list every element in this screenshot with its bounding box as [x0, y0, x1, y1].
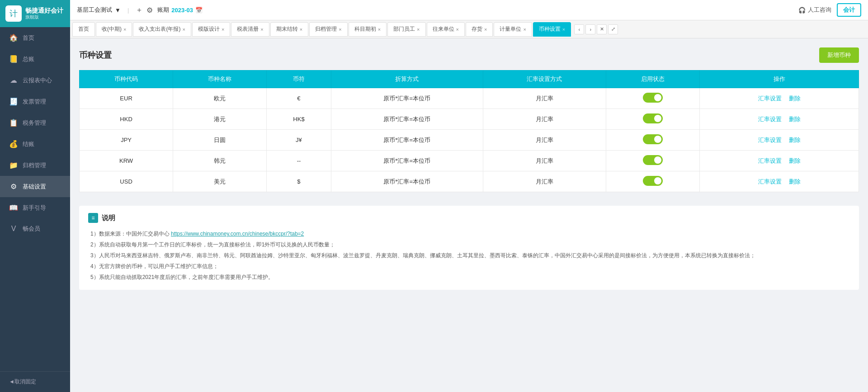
sidebar-item-archive[interactable]: 📁归档管理 — [0, 155, 70, 176]
toggle-switch[interactable] — [643, 134, 663, 144]
tab-close-icon[interactable]: × — [417, 27, 420, 32]
toggle-switch[interactable] — [643, 93, 663, 103]
add-icon[interactable]: ＋ — [136, 5, 143, 15]
sidebar-item-ledger[interactable]: 📒总账 — [0, 48, 70, 70]
tab-unit[interactable]: 计量单位 × — [494, 22, 532, 37]
table-cell: 美元 — [173, 171, 267, 192]
tab-next-button[interactable]: › — [585, 24, 595, 34]
rate-setting-link[interactable]: 汇率设置 — [758, 178, 782, 185]
tab-nav: ‹ › ✕ ⤢ — [574, 24, 618, 34]
delete-link[interactable]: 删除 — [789, 178, 801, 185]
tab-close-icon[interactable]: × — [260, 27, 263, 32]
tab-archive[interactable]: 归档管理 × — [309, 22, 347, 37]
table-cell: 欧元 — [173, 88, 267, 109]
app-logo: 计 畅捷通好会计 旗舰版 — [0, 0, 70, 27]
tab-close-icon[interactable]: × — [300, 27, 302, 32]
headset-icon: 🎧 — [798, 7, 806, 14]
notes-icon: ≡ — [88, 213, 98, 223]
table-header: 币种名称 — [173, 71, 267, 88]
project-selector[interactable]: 基层工会测试 ▼ — [77, 6, 121, 14]
tab-label: 收(中期) — [102, 25, 122, 33]
support-button[interactable]: 🎧 人工咨询 — [798, 6, 831, 14]
tab-subject[interactable]: 科目期初 × — [349, 22, 387, 37]
delete-link[interactable]: 删除 — [789, 116, 801, 123]
table-cell: HK$ — [267, 109, 331, 130]
sidebar-item-home[interactable]: 🏠首页 — [0, 27, 70, 48]
delete-link[interactable]: 删除 — [789, 95, 801, 102]
currency-table: 币种代码币种名称币符折算方式汇率设置方式启用状态操作 EUR欧元€原币*汇率=本… — [79, 70, 859, 192]
toggle-switch[interactable] — [643, 176, 663, 186]
vip-icon: V — [9, 225, 18, 233]
tab-close-all-button[interactable]: ✕ — [597, 24, 607, 34]
calendar-icon[interactable]: 📅 — [195, 7, 203, 14]
sidebar-item-invoice[interactable]: 🧾发票管理 — [0, 91, 70, 112]
tab-dept[interactable]: 部门员工 × — [387, 22, 425, 37]
sidebar-nav: 🏠首页📒总账☁云报表中心🧾发票管理📋税务管理💰结账📁归档管理⚙基础设置📖新手引导… — [0, 27, 70, 371]
toggle-switch[interactable] — [643, 155, 663, 165]
tab-label: 计量单位 — [500, 25, 521, 33]
main-area: 基层工会测试 ▼ | ＋ ⚙ 账期 2023-03 📅 🎧 人工咨询 会计 首页… — [70, 0, 868, 392]
sidebar-item-checkout[interactable]: 💰结账 — [0, 133, 70, 155]
table-cell: 月汇率 — [483, 171, 606, 192]
rate-setting-link[interactable]: 汇率设置 — [758, 116, 782, 123]
tab-close-icon[interactable]: × — [123, 27, 126, 32]
tab-prev-button[interactable]: ‹ — [574, 24, 584, 34]
notes-item: 4）无官方牌价的币种，可以用户手工维护汇率信息； — [90, 261, 850, 272]
tab-supplier[interactable]: 往来单位 × — [427, 22, 465, 37]
tab-close-icon[interactable]: × — [222, 27, 224, 32]
delete-link[interactable]: 删除 — [789, 137, 801, 143]
table-cell-actions: 汇率设置删除 — [700, 151, 859, 171]
tab-label: 往来单位 — [433, 25, 454, 33]
settings-icon[interactable]: ⚙ — [146, 6, 153, 14]
new-currency-button[interactable]: 新增币种 — [819, 47, 859, 63]
notes-link[interactable]: https://www.chinamoney.com.cn/chinese/bk… — [171, 231, 304, 237]
rate-setting-link[interactable]: 汇率设置 — [758, 137, 782, 143]
notes-section: ≡ 说明 1）数据来源：中国外汇交易中心 https://www.chinamo… — [79, 206, 859, 290]
tab-tax[interactable]: 税表清册 × — [231, 22, 269, 37]
tab-close-icon[interactable]: × — [456, 27, 459, 32]
tab-period_end[interactable]: 期末结转 × — [270, 22, 308, 37]
topbar-actions: ＋ ⚙ — [136, 5, 153, 15]
sidebar-item-label: 首页 — [23, 34, 34, 42]
tab-income[interactable]: 收入支出表(年报) × — [133, 22, 191, 37]
tab-close-icon[interactable]: × — [523, 27, 526, 32]
invoice-icon: 🧾 — [9, 97, 18, 106]
tab-close-icon[interactable]: × — [339, 27, 341, 32]
table-header: 启用状态 — [606, 71, 699, 88]
tab-label: 期末结转 — [276, 25, 298, 33]
tab-currency[interactable]: 币种设置 × — [533, 22, 571, 37]
notes-title: ≡ 说明 — [88, 213, 850, 223]
tab-inventory[interactable]: 存货 × — [466, 22, 493, 37]
table-cell: J¥ — [267, 130, 331, 151]
table-row: KRW韩元--原币*汇率=本位币月汇率汇率设置删除 — [80, 151, 859, 171]
sidebar-item-tax[interactable]: 📋税务管理 — [0, 112, 70, 133]
toggle-switch[interactable] — [643, 113, 663, 123]
checkout-icon: 💰 — [9, 140, 18, 148]
tab-period[interactable]: 收(中期) × — [96, 22, 132, 37]
sidebar-item-vip[interactable]: V畅会员 — [0, 218, 70, 239]
rate-setting-link[interactable]: 汇率设置 — [758, 95, 782, 102]
tab-close-icon[interactable]: × — [182, 27, 185, 32]
table-header: 币种代码 — [80, 71, 173, 88]
notes-item: 1）数据来源：中国外汇交易中心 https://www.chinamoney.c… — [90, 228, 850, 239]
sidebar-footer-collapse[interactable]: ◄取消固定 — [0, 371, 70, 392]
table-row: EUR欧元€原币*汇率=本位币月汇率汇率设置删除 — [80, 88, 859, 109]
notes-item: 5）系统只能自动抓取2021年度后的汇率，之前年度汇率需要用户手工维护。 — [90, 272, 850, 283]
rate-setting-link[interactable]: 汇率设置 — [758, 157, 782, 164]
tab-home[interactable]: 首页 — [72, 22, 95, 37]
tab-close-icon[interactable]: × — [562, 27, 565, 32]
tab-expand-button[interactable]: ⤢ — [608, 24, 618, 34]
tab-template[interactable]: 模版设计 × — [192, 22, 230, 37]
table-cell: € — [267, 88, 331, 109]
tab-close-icon[interactable]: × — [484, 27, 487, 32]
sidebar-item-settings[interactable]: ⚙基础设置 — [0, 176, 70, 197]
delete-link[interactable]: 删除 — [789, 157, 801, 164]
table-row: USD美元$原币*汇率=本位币月汇率汇率设置删除 — [80, 171, 859, 192]
tab-close-icon[interactable]: × — [378, 27, 381, 32]
sidebar: 计 畅捷通好会计 旗舰版 🏠首页📒总账☁云报表中心🧾发票管理📋税务管理💰结账📁归… — [0, 0, 70, 392]
sidebar-item-guide[interactable]: 📖新手引导 — [0, 197, 70, 218]
sidebar-item-label: 归档管理 — [23, 161, 46, 170]
table-cell: 韩元 — [173, 151, 267, 171]
kuaiji-button[interactable]: 会计 — [837, 3, 861, 17]
sidebar-item-cloud[interactable]: ☁云报表中心 — [0, 70, 70, 91]
